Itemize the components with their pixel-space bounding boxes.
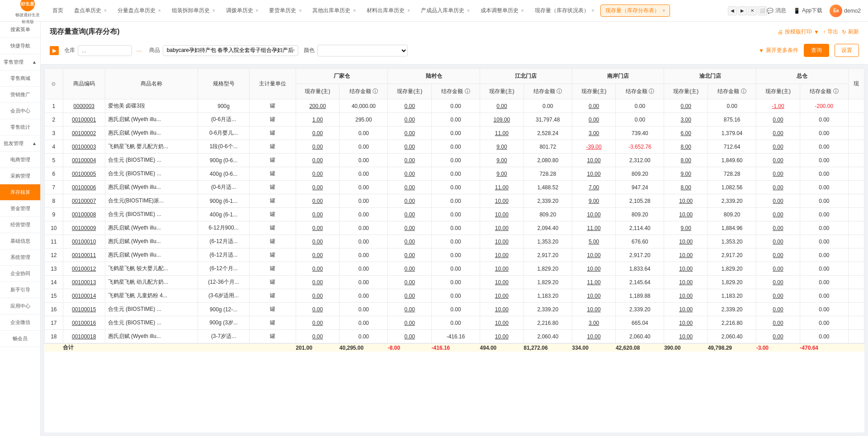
cell-2-4[interactable]: 罐 — [250, 127, 296, 140]
cell-16-1[interactable]: 00100016 — [63, 316, 105, 330]
cell-1-16[interactable]: 0.00 — [800, 113, 848, 127]
cell-11-10[interactable]: 2,917.20 — [524, 248, 572, 262]
cell-2-13[interactable]: 6.00 — [664, 127, 708, 140]
cell-7-3[interactable]: 900g (6-1... — [198, 194, 250, 208]
cell-9-11[interactable]: 11.00 — [572, 221, 616, 235]
cell-14-11[interactable]: 10.00 — [572, 289, 616, 303]
nav-tab-7[interactable]: 材料出库单历史× — [362, 5, 415, 16]
app-download-btn[interactable]: 📱 App下载 — [793, 7, 822, 14]
cell-7-16[interactable]: 0.00 — [800, 194, 848, 208]
cell-12-9[interactable]: 10.00 — [480, 262, 524, 276]
cell-2-5[interactable]: 0.00 — [296, 127, 340, 140]
cell-12-16[interactable]: 0.00 — [800, 262, 848, 276]
cell-14-16[interactable]: 0.00 — [800, 289, 848, 303]
cell-7-14[interactable]: 2,339.20 — [708, 194, 756, 208]
cell-13-14[interactable]: 1,829.20 — [708, 276, 756, 289]
nav-tab-0[interactable]: 首页 — [48, 5, 68, 16]
cell-12-4[interactable]: 罐 — [250, 262, 296, 276]
cell-0-17[interactable] — [848, 99, 864, 113]
cell-6-14[interactable]: 1,082.56 — [708, 181, 756, 194]
cell-15-3[interactable]: 900g (12-... — [198, 303, 250, 316]
cell-10-2[interactable]: 惠氏启赋 (Wyeth illu... — [105, 235, 198, 248]
cell-6-7[interactable]: 0.00 — [388, 181, 432, 194]
cell-16-8[interactable]: 0.00 — [432, 316, 480, 330]
cell-17-5[interactable]: 0.00 — [296, 330, 340, 344]
cell-9-17[interactable] — [848, 221, 864, 235]
cell-4-14[interactable]: 1,849.60 — [708, 154, 756, 167]
cell-17-15[interactable]: 0.00 — [756, 330, 800, 344]
cell-11-3[interactable]: (6-12月适... — [198, 248, 250, 262]
cell-3-4[interactable]: 罐 — [250, 140, 296, 154]
cell-9-16[interactable]: 0.00 — [800, 221, 848, 235]
cell-9-6[interactable]: 0.00 — [340, 221, 388, 235]
cell-10-6[interactable]: 0.00 — [340, 235, 388, 248]
cell-4-11[interactable]: 10.00 — [572, 154, 616, 167]
nav-tab-11[interactable]: 现存量（库存分布表）× — [600, 5, 670, 17]
cell-6-10[interactable]: 1,488.52 — [524, 181, 572, 194]
cell-2-17[interactable] — [848, 127, 864, 140]
cell-9-14[interactable]: 1,884.96 — [708, 221, 756, 235]
nav-tab-close-10[interactable]: × — [592, 8, 594, 13]
cell-13-2[interactable]: 飞鹤星飞帆 幼儿配方奶... — [105, 276, 198, 289]
cell-2-7[interactable]: 0.00 — [388, 127, 432, 140]
cell-8-1[interactable]: 00100008 — [63, 208, 105, 221]
cell-0-2[interactable]: 爱他美 卤碟3段 — [105, 99, 198, 113]
cell-6-17[interactable] — [848, 181, 864, 194]
cell-14-9[interactable]: 10.00 — [480, 289, 524, 303]
cell-12-10[interactable]: 1,829.20 — [524, 262, 572, 276]
cell-8-4[interactable]: 罐 — [250, 208, 296, 221]
cell-16-16[interactable]: 0.00 — [800, 316, 848, 330]
cell-8-12[interactable]: 809.20 — [616, 208, 664, 221]
cell-16-11[interactable]: 3.00 — [572, 316, 616, 330]
cell-9-2[interactable]: 惠氏启赋 (Wyeth illu... — [105, 221, 198, 235]
nav-tab-close-11[interactable]: × — [662, 8, 665, 13]
cell-15-4[interactable]: 罐 — [250, 303, 296, 316]
goods-input[interactable] — [163, 45, 298, 56]
cell-14-15[interactable]: 0.00 — [756, 289, 800, 303]
settings-icon[interactable]: ⚙ — [50, 80, 57, 88]
cell-1-7[interactable]: 0.00 — [388, 113, 432, 127]
cell-16-15[interactable]: 0.00 — [756, 316, 800, 330]
cell-16-3[interactable]: 900g (3岁... — [198, 316, 250, 330]
cell-2-3[interactable]: 0-6月婴儿... — [198, 127, 250, 140]
cell-12-2[interactable]: 飞鹤星飞帆 较大婴儿配... — [105, 262, 198, 276]
cell-11-17[interactable] — [848, 248, 864, 262]
sidebar-item-6[interactable]: 零售统计 — [0, 119, 40, 136]
cell-5-6[interactable]: 0.00 — [340, 167, 388, 181]
sidebar-item-16[interactable]: 新手引导 — [0, 282, 40, 298]
cell-17-6[interactable]: 0.00 — [340, 330, 388, 344]
cell-12-15[interactable]: 0.00 — [756, 262, 800, 276]
cell-9-15[interactable]: 0.00 — [756, 221, 800, 235]
cell-13-7[interactable]: 0.00 — [388, 276, 432, 289]
cell-11-8[interactable]: 0.00 — [432, 248, 480, 262]
cell-11-12[interactable]: 2,917.20 — [616, 248, 664, 262]
user-avatar[interactable]: Ea demo2 — [830, 5, 861, 17]
cell-8-17[interactable] — [848, 208, 864, 221]
cell-10-3[interactable]: (6-12月适... — [198, 235, 250, 248]
cell-5-16[interactable]: 0.00 — [800, 167, 848, 181]
cell-2-12[interactable]: 739.40 — [616, 127, 664, 140]
nav-tab-4[interactable]: 调拨单历史× — [222, 5, 263, 16]
cell-13-13[interactable]: 10.00 — [664, 276, 708, 289]
cell-12-3[interactable]: (6-12个月... — [198, 262, 250, 276]
cell-0-8[interactable]: 0.00 — [432, 99, 480, 113]
cell-2-11[interactable]: 3.00 — [572, 127, 616, 140]
print-btn[interactable]: 🖨 按模版打印 ▼ — [778, 28, 819, 36]
cell-15-11[interactable]: 10.00 — [572, 303, 616, 316]
cell-4-12[interactable]: 2,312.00 — [616, 154, 664, 167]
sidebar-item-10[interactable]: 库存核算 — [0, 184, 40, 201]
cell-11-11[interactable]: 10.00 — [572, 248, 616, 262]
cell-17-2[interactable]: 惠氏启赋 (Wyeth illu... — [105, 330, 198, 344]
cell-0-6[interactable]: 40,000.00 — [340, 99, 388, 113]
cell-9-1[interactable]: 00100009 — [63, 221, 105, 235]
cell-4-4[interactable]: 罐 — [250, 154, 296, 167]
cell-1-6[interactable]: 295.00 — [340, 113, 388, 127]
cell-14-5[interactable]: 0.00 — [296, 289, 340, 303]
cell-0-10[interactable]: 0.00 — [524, 99, 572, 113]
cell-13-5[interactable]: 0.00 — [296, 276, 340, 289]
cell-4-3[interactable]: 900g (0-6... — [198, 154, 250, 167]
cell-3-14[interactable]: 712.64 — [708, 140, 756, 154]
sidebar-item-2[interactable]: 零售管理▲ — [0, 54, 40, 70]
cell-14-3[interactable]: (3-6岁适用... — [198, 289, 250, 303]
sidebar-item-9[interactable]: 采购管理 — [0, 168, 40, 184]
